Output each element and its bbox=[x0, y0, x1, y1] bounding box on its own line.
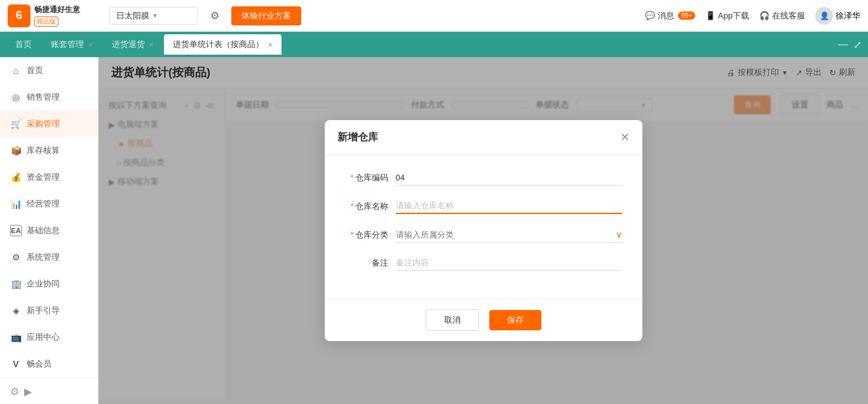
enterprise-icon: 🏢 bbox=[10, 278, 22, 290]
cancel-button[interactable]: 取消 bbox=[426, 309, 479, 331]
tab-purchase-stats[interactable]: 进货单统计表（按商品） ✕ bbox=[164, 34, 281, 55]
store-selector[interactable]: 日太阳膜 ▼ bbox=[109, 7, 198, 25]
tabs-bar: 首页 账套管理 ✕ 进货退货 ✕ 进货单统计表（按商品） ✕ — ⤢ bbox=[0, 32, 868, 57]
tab-home[interactable]: 首页 bbox=[6, 34, 41, 55]
tab-minimize-button[interactable]: — bbox=[838, 39, 848, 50]
top-navigation: 6 畅捷通好生意 精品版 日太阳膜 ▼ ⚙ 体验行业方案 💬 消息 99+ 📱 … bbox=[0, 0, 868, 32]
system-icon: ⚙ bbox=[10, 252, 22, 263]
tabs-bar-right: — ⤢ bbox=[838, 39, 862, 51]
avatar: 👤 bbox=[815, 7, 833, 25]
sidebar-item-home[interactable]: ⌂ 首页 bbox=[0, 57, 98, 84]
sidebar-item-vip[interactable]: V 畅会员 bbox=[0, 351, 98, 377]
required-mark-category: * bbox=[350, 230, 353, 239]
mobile-icon: 📱 bbox=[705, 11, 715, 20]
trial-button[interactable]: 体验行业方案 bbox=[231, 6, 301, 25]
app-logo-icon: 6 bbox=[8, 4, 31, 27]
app-download-nav-item[interactable]: 📱 App下载 bbox=[705, 10, 749, 22]
tab-purchase-return[interactable]: 进货退货 ✕ bbox=[103, 34, 163, 55]
warehouse-name-input[interactable] bbox=[396, 198, 622, 214]
modal-close-button[interactable]: ✕ bbox=[620, 130, 630, 144]
logo-area: 6 畅捷通好生意 精品版 bbox=[8, 4, 103, 27]
sidebar-item-enterprise[interactable]: 🏢 企业协同 bbox=[0, 271, 98, 297]
main-layout: ⌂ 首页 ◎ 销售管理 🛒 采购管理 📦 库存核算 💰 资金管理 📊 经营管理 … bbox=[0, 57, 868, 404]
remark-input[interactable] bbox=[396, 255, 622, 271]
message-badge: 99+ bbox=[678, 11, 695, 20]
sidebar-item-system[interactable]: ⚙ 系统管理 bbox=[0, 244, 98, 271]
code-label: *仓库编码 bbox=[345, 172, 396, 184]
sidebar-item-finance[interactable]: 💰 资金管理 bbox=[0, 164, 98, 191]
headphone-icon: 🎧 bbox=[759, 11, 770, 20]
inventory-icon: 📦 bbox=[10, 145, 22, 156]
category-label: *仓库分类 bbox=[345, 229, 396, 241]
chevron-down-icon-select: ∨ bbox=[616, 229, 622, 239]
guide-icon: ◈ bbox=[10, 305, 22, 316]
form-row-remark: 备注 bbox=[345, 255, 622, 271]
top-nav-right: 💬 消息 99+ 📱 App下载 🎧 在线客服 👤 徐泽华 bbox=[645, 7, 860, 25]
name-label: *仓库名称 bbox=[345, 201, 396, 212]
sidebar-item-app-center[interactable]: 📺 应用中心 bbox=[0, 324, 98, 351]
modal-body: *仓库编码 *仓库名称 *仓库分类 bbox=[325, 155, 642, 299]
sales-icon: ◎ bbox=[10, 91, 22, 103]
sidebar-item-inventory[interactable]: 📦 库存核算 bbox=[0, 137, 98, 164]
sidebar-item-operation[interactable]: 📊 经营管理 bbox=[0, 191, 98, 217]
basic-info-icon: EA bbox=[10, 225, 22, 236]
sidebar-expand-button[interactable]: ▶ bbox=[24, 386, 32, 398]
chevron-down-icon: ▼ bbox=[152, 12, 158, 19]
required-mark: * bbox=[350, 173, 353, 182]
edition-badge: 精品版 bbox=[34, 17, 58, 27]
sidebar: ⌂ 首页 ◎ 销售管理 🛒 采购管理 📦 库存核算 💰 资金管理 📊 经营管理 … bbox=[0, 57, 98, 404]
operation-icon: 📊 bbox=[10, 198, 22, 210]
required-mark-name: * bbox=[350, 201, 353, 211]
form-row-category: *仓库分类 ∨ bbox=[345, 227, 622, 243]
remark-label: 备注 bbox=[345, 257, 396, 269]
modal-footer: 取消 保存 bbox=[325, 299, 642, 341]
modal-title: 新增仓库 bbox=[337, 131, 378, 144]
finance-icon: 💰 bbox=[10, 172, 22, 183]
category-select-wrapper[interactable]: ∨ bbox=[396, 227, 622, 243]
gear-icon: ⚙ bbox=[210, 10, 219, 22]
content-area: 进货单统计(按商品) 🖨 按模板打印 ▼ ↗ 导出 ↻ 刷新 bbox=[98, 57, 868, 404]
home-icon: ⌂ bbox=[10, 65, 22, 76]
sidebar-item-sales[interactable]: ◎ 销售管理 bbox=[0, 84, 98, 111]
form-row-code: *仓库编码 bbox=[345, 170, 622, 185]
sidebar-item-purchase[interactable]: 🛒 采购管理 bbox=[0, 111, 98, 137]
close-icon[interactable]: ✕ bbox=[268, 41, 273, 48]
form-row-name: *仓库名称 bbox=[345, 198, 622, 214]
app-center-icon: 📺 bbox=[10, 332, 22, 343]
category-input[interactable] bbox=[396, 230, 616, 239]
warehouse-code-input[interactable] bbox=[396, 170, 622, 185]
purchase-icon: 🛒 bbox=[10, 118, 22, 130]
sidebar-bottom: ⚙ ▶ bbox=[0, 377, 98, 404]
modal-overlay: 新增仓库 ✕ *仓库编码 *仓库名称 bbox=[98, 57, 868, 404]
logo-text: 畅捷通好生意 精品版 bbox=[34, 4, 80, 27]
tab-maximize-button[interactable]: ⤢ bbox=[853, 39, 862, 51]
tab-account[interactable]: 账套管理 ✕ bbox=[42, 34, 102, 55]
close-icon[interactable]: ✕ bbox=[149, 41, 154, 48]
sidebar-item-basic[interactable]: EA 基础信息 bbox=[0, 217, 98, 244]
sidebar-collapse-button[interactable]: ⚙ bbox=[10, 386, 19, 398]
message-nav-item[interactable]: 💬 消息 99+ bbox=[645, 10, 695, 22]
message-icon: 💬 bbox=[645, 11, 655, 20]
save-button[interactable]: 保存 bbox=[489, 310, 541, 330]
add-warehouse-modal: 新增仓库 ✕ *仓库编码 *仓库名称 bbox=[325, 120, 642, 341]
user-avatar-area[interactable]: 👤 徐泽华 bbox=[815, 7, 860, 25]
modal-header: 新增仓库 ✕ bbox=[325, 120, 642, 155]
online-service-nav-item[interactable]: 🎧 在线客服 bbox=[759, 10, 805, 22]
sidebar-item-guide[interactable]: ◈ 新手引导 bbox=[0, 297, 98, 324]
close-icon[interactable]: ✕ bbox=[88, 41, 93, 48]
settings-gear-button[interactable]: ⚙ bbox=[205, 6, 225, 26]
vip-icon: V bbox=[10, 358, 22, 370]
